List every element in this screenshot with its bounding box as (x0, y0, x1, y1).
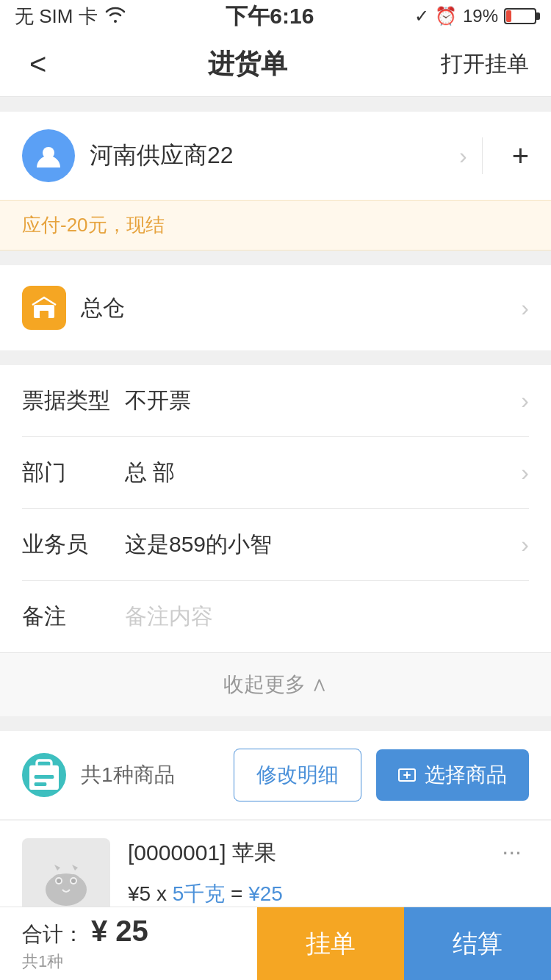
wifi-icon (105, 5, 126, 28)
product-price: ¥5 x 5千克 = ¥25 (128, 880, 494, 908)
collapse-label: 收起更多 ∧ (223, 673, 328, 696)
dept-label: 部门 (22, 458, 125, 488)
sales-value: 这是859的小智 (125, 530, 521, 560)
product-count-label: 共1种商品 (81, 761, 219, 789)
notice-bar: 应付-20元，现结 (0, 200, 551, 251)
supplier-row[interactable]: 河南供应商22 › + (0, 112, 551, 200)
sales-chevron-icon: › (521, 531, 529, 558)
warehouse-name: 总仓 (81, 293, 521, 323)
nav-bar: < 进货单 打开挂单 (0, 32, 551, 97)
svg-rect-2 (40, 311, 48, 318)
hang-order-button[interactable]: 挂单 (257, 907, 404, 980)
edit-detail-button[interactable]: 修改明细 (234, 749, 361, 801)
back-button[interactable]: < (22, 40, 54, 88)
product-title: 苹果 (232, 840, 276, 865)
supplier-avatar (22, 129, 75, 182)
select-product-button[interactable]: 选择商品 (376, 749, 529, 801)
product-count-icon (22, 753, 66, 797)
sales-label: 业务员 (22, 530, 125, 560)
total-section: 合计： ¥ 25 共1种 (0, 907, 257, 980)
total-row: 合计： ¥ 25 (22, 915, 235, 948)
svg-rect-6 (35, 782, 47, 786)
product-code: [0000001] (128, 840, 226, 865)
warehouse-row[interactable]: 总仓 › (0, 265, 551, 350)
alarm-icon: ⏰ (435, 6, 457, 26)
dept-chevron-icon: › (521, 459, 529, 486)
total-amount: ¥ 25 (91, 915, 148, 948)
total-sub-label: 共1种 (22, 948, 235, 973)
warehouse-section[interactable]: 总仓 › (0, 265, 551, 350)
remark-label: 备注 (22, 602, 125, 632)
sales-row[interactable]: 业务员 这是859的小智 › (0, 509, 551, 580)
dept-row[interactable]: 部门 总 部 › (0, 437, 551, 508)
total-label: 合计： (22, 920, 84, 948)
product-more-button[interactable]: ··· (494, 838, 529, 865)
product-name: [0000001] 苹果 (128, 838, 494, 868)
total-count: 共1种 (22, 952, 63, 970)
svg-point-8 (46, 873, 87, 906)
select-product-label: 选择商品 (425, 761, 507, 789)
notice-text: 应付-20元，现结 (22, 214, 165, 236)
bottom-bar: 合计： ¥ 25 共1种 挂单 结算 (0, 907, 551, 980)
invoice-chevron-icon: › (521, 387, 529, 414)
status-bar: 无 SIM 卡 下午6:16 ✓ ⏰ 19% (0, 0, 551, 32)
open-pending-button[interactable]: 打开挂单 (441, 49, 529, 79)
remark-row[interactable]: 备注 备注内容 (0, 581, 551, 652)
invoice-value: 不开票 (125, 386, 521, 416)
invoice-row[interactable]: 票据类型 不开票 › (0, 365, 551, 436)
supplier-name: 河南供应商22 (90, 140, 459, 172)
warehouse-chevron-icon: › (521, 295, 529, 322)
svg-rect-5 (35, 775, 54, 779)
svg-point-14 (71, 879, 76, 883)
page-title: 进货单 (208, 46, 287, 82)
product-header: 共1种商品 修改明细 选择商品 (0, 731, 551, 819)
warehouse-icon (22, 286, 66, 330)
divider (482, 137, 483, 174)
status-bar-left: 无 SIM 卡 (15, 4, 126, 29)
gap-3 (0, 350, 551, 365)
invoice-section: 票据类型 不开票 › 部门 总 部 › 业务员 这是859的小智 › 备注 备注… (0, 365, 551, 652)
dept-value: 总 部 (125, 458, 521, 488)
product-info: [0000001] 苹果 ¥5 x 5千克 = ¥25 (128, 838, 494, 908)
battery-percent: 19% (463, 6, 498, 26)
carrier-label: 无 SIM 卡 (15, 4, 98, 29)
remark-input[interactable]: 备注内容 (125, 602, 529, 632)
status-bar-right: ✓ ⏰ 19% (414, 6, 536, 26)
invoice-label: 票据类型 (22, 386, 125, 416)
gap-4 (0, 716, 551, 731)
supplier-chevron-icon: › (459, 143, 467, 170)
battery-icon (504, 8, 536, 24)
collapse-bar[interactable]: 收起更多 ∧ (0, 652, 551, 716)
add-supplier-button[interactable]: + (512, 140, 529, 173)
supplier-section: 河南供应商22 › + 应付-20元，现结 (0, 112, 551, 251)
checkout-button[interactable]: 结算 (404, 907, 551, 980)
location-icon: ✓ (414, 6, 429, 26)
svg-point-13 (57, 879, 61, 883)
gap-2 (0, 251, 551, 265)
status-bar-time: 下午6:16 (226, 1, 314, 32)
gap-1 (0, 97, 551, 112)
